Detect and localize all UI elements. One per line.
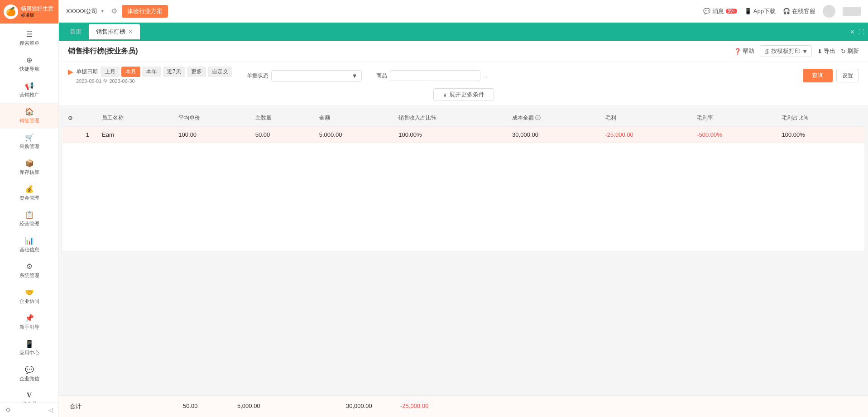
td-gross-rate: -500.00%: [691, 127, 776, 143]
app-download-btn[interactable]: 📱 App下载: [744, 7, 776, 15]
sidebar-item-system[interactable]: ⚙ 系统管理: [0, 258, 58, 283]
td-settings: [62, 127, 78, 143]
trial-button[interactable]: 体验行业方案: [122, 5, 168, 18]
th-gross-pct: 毛利占比%: [777, 110, 864, 127]
sidebar-item-guide-label: 新手引导: [19, 324, 39, 331]
query-button[interactable]: 查询: [803, 69, 833, 82]
td-employee-name: Eam: [96, 127, 173, 143]
content-spacer: [59, 254, 868, 396]
export-label: 导出: [824, 47, 835, 55]
help-icon: ❓: [734, 48, 741, 55]
sidebar-item-enterprise[interactable]: 🤝 企业协同: [0, 283, 58, 309]
goods-more-link[interactable]: ...: [483, 72, 488, 79]
sidebar-item-guide[interactable]: 📌 新手引导: [0, 309, 58, 335]
footer-amount: 5,000.00: [232, 401, 286, 412]
export-btn[interactable]: ⬇ 导出: [817, 47, 835, 55]
sidebar-item-quicknav[interactable]: ⊕ 快捷导航: [0, 51, 58, 77]
date-btn-7days[interactable]: 近7天: [163, 67, 185, 77]
date-label: 单据日期: [76, 68, 98, 76]
sidebar-item-operations-label: 经营管理: [19, 220, 39, 227]
status-label: 单据状态: [247, 72, 269, 80]
help-label: 帮助: [743, 47, 754, 55]
search-menu-icon: ☰: [26, 30, 33, 38]
logo-text: 畅康通好生意: [21, 5, 53, 13]
sales-icon: 🏠: [25, 107, 34, 116]
sidebar: 🍊 畅康通好生意 标准版 ☰ 搜索菜单 ⊕ 快捷导航 📢 营销推广 🏠 销售管理…: [0, 0, 59, 417]
date-filter-top: 单据日期 上月 本月 本年 近7天 更多 自定义: [76, 67, 232, 77]
sidebar-item-purchase-label: 采购管理: [19, 143, 39, 150]
date-btn-this-year[interactable]: 本年: [142, 67, 161, 77]
sidebar-footer: ⚙ ◁: [0, 403, 58, 417]
date-btn-last-month[interactable]: 上月: [101, 67, 120, 77]
date-btn-this-month[interactable]: 本月: [121, 67, 140, 77]
template-print-label: 按模板打印: [771, 47, 801, 55]
expand-button[interactable]: ∨ 展开更多条件: [433, 88, 494, 101]
expand-label: 展开更多条件: [449, 91, 484, 99]
td-avg-price: 100.00: [173, 127, 249, 143]
collapse-filter-icon[interactable]: ▶: [68, 67, 73, 76]
sidebar-item-finance[interactable]: 💰 资金管理: [0, 180, 58, 206]
status-filter: 单据状态 ▼: [247, 70, 362, 81]
sidebar-item-operations[interactable]: 📋 经营管理: [0, 206, 58, 232]
sidebar-item-inventory[interactable]: 📦 库存核算: [0, 154, 58, 180]
th-gross-rate: 毛利率: [691, 110, 776, 127]
settings-button[interactable]: 设置: [836, 69, 859, 82]
collapse-icon[interactable]: ◁: [48, 407, 53, 413]
tab-home[interactable]: 首页: [62, 24, 89, 39]
sidebar-item-marketing[interactable]: 📢 营销推广: [0, 77, 58, 103]
sidebar-item-weixin-label: 企业微信: [19, 375, 39, 382]
settings-icon[interactable]: ⚙: [5, 407, 11, 413]
company-selector[interactable]: XXXXX公司 ▼: [66, 7, 105, 15]
purchase-icon: 🛒: [25, 133, 34, 142]
app-download-label: App下载: [753, 7, 776, 15]
date-buttons: 上月 本月 本年 近7天 更多 自定义: [101, 67, 232, 77]
window-maximize-icon[interactable]: ⛶: [858, 29, 864, 35]
status-select[interactable]: ▼: [271, 70, 362, 81]
sidebar-logo: 🍊 畅康通好生意 标准版: [0, 0, 58, 24]
headset-icon: 🎧: [783, 8, 790, 14]
td-qty: 50.00: [250, 127, 314, 143]
help-btn[interactable]: ❓ 帮助: [734, 47, 754, 55]
message-btn[interactable]: 💬 消息 99+: [703, 7, 737, 15]
footer-gross: -25,000.00: [395, 401, 434, 412]
basicinfo-icon: 📊: [25, 236, 34, 245]
expand-row: ∨ 展开更多条件: [68, 88, 859, 101]
refresh-btn[interactable]: ↻ 刷新: [841, 47, 859, 55]
inventory-icon: 📦: [25, 159, 34, 168]
refresh-icon: ↻: [841, 48, 846, 55]
date-btn-custom[interactable]: 自定义: [208, 67, 232, 77]
message-icon: 💬: [703, 8, 710, 14]
footer-spacer: [286, 401, 340, 412]
sidebar-item-purchase[interactable]: 🛒 采购管理: [0, 129, 58, 154]
sidebar-item-finance-label: 资金管理: [19, 195, 39, 201]
sidebar-item-basicinfo-label: 基础信息: [19, 246, 39, 253]
status-chevron-icon: ▼: [352, 72, 358, 79]
th-avg-price: 平均单价: [173, 110, 249, 127]
filter-area: ▶ 单据日期 上月 本月 本年 近7天 更多 自定义: [59, 62, 868, 106]
app-download-icon: 📱: [744, 8, 752, 14]
content-area: 销售排行榜(按业务员) ❓ 帮助 🖨 按模板打印 ▼ ⬇ 导出 ↻ 刷新: [59, 41, 868, 417]
online-service-btn[interactable]: 🎧 在线客服: [783, 7, 815, 15]
goods-input[interactable]: [390, 70, 480, 81]
page-header: 销售排行榜(按业务员) ❓ 帮助 🖨 按模板打印 ▼ ⬇ 导出 ↻ 刷新: [59, 41, 868, 62]
date-range: 2023-06-01 至 2023-06-30: [76, 78, 232, 85]
tab-sales-ranking-label: 销售排行榜: [96, 28, 125, 36]
date-btn-more[interactable]: 更多: [187, 67, 206, 77]
settings-gear-icon[interactable]: ⚙: [111, 7, 117, 15]
sidebar-item-appcenter[interactable]: 📱 应用中心: [0, 335, 58, 361]
tab-sales-ranking[interactable]: 销售排行榜 ✕: [89, 24, 140, 39]
sidebar-item-member[interactable]: V 畅会员: [0, 387, 58, 403]
sidebar-item-enterprise-label: 企业协同: [19, 298, 39, 305]
avatar[interactable]: [823, 5, 835, 18]
th-amount: 全额: [314, 110, 393, 127]
window-close-icon[interactable]: ✕: [850, 29, 855, 35]
th-settings[interactable]: ⚙: [62, 110, 78, 127]
template-print-btn[interactable]: 🖨 按模板打印 ▼: [760, 45, 812, 57]
sidebar-item-basicinfo[interactable]: 📊 基础信息: [0, 232, 58, 258]
tab-close-icon[interactable]: ✕: [128, 29, 133, 35]
sidebar-item-search[interactable]: ☰ 搜索菜单: [0, 25, 58, 51]
sidebar-item-weixin[interactable]: 💬 企业微信: [0, 361, 58, 387]
td-gross-pct: 100.00%: [777, 127, 864, 143]
tab-bar: 首页 销售排行榜 ✕ ✕ ⛶: [59, 23, 868, 41]
sidebar-item-sales[interactable]: 🏠 销售管理: [0, 103, 58, 129]
